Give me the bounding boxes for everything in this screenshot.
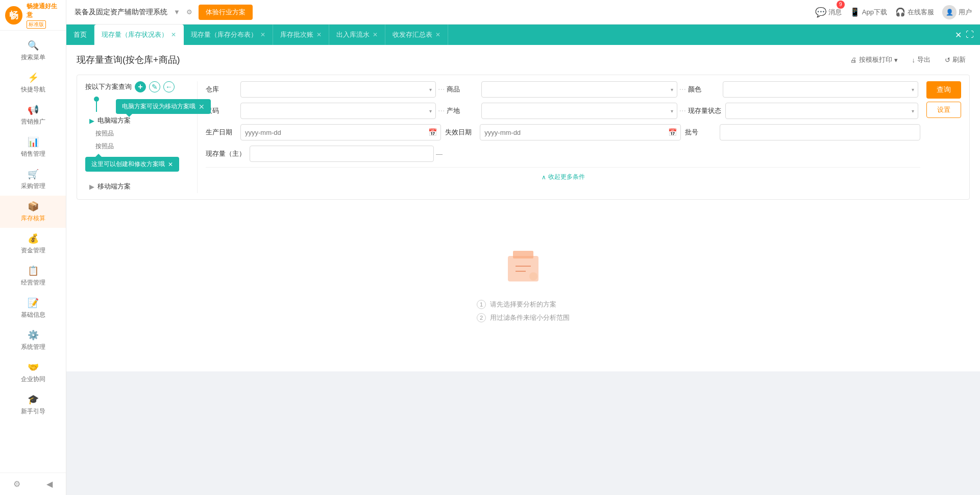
- color-select[interactable]: [723, 81, 918, 98]
- size-select[interactable]: [240, 103, 436, 119]
- product-dots[interactable]: ···: [679, 85, 686, 94]
- sidebar-item-label: 资金管理: [21, 246, 45, 255]
- tooltip1-close[interactable]: ✕: [199, 103, 205, 111]
- add-scheme-btn[interactable]: +: [135, 81, 146, 92]
- tip-num-1: 1: [477, 300, 486, 309]
- tab-inventory-dist-close[interactable]: ✕: [260, 31, 265, 38]
- collapse-btn[interactable]: ∧ 收起更多条件: [206, 167, 920, 186]
- sidebar-item-marketing[interactable]: 📢 营销推广: [0, 99, 66, 131]
- exp-date-input[interactable]: [480, 124, 680, 140]
- tab-batch-account[interactable]: 库存批次账 ✕: [273, 25, 329, 45]
- tab-receive-summary-label: 收发存汇总表: [393, 30, 432, 39]
- export-btn[interactable]: ↓ 导出: [908, 53, 935, 66]
- query-btn[interactable]: 查询: [926, 81, 961, 99]
- sidebar-item-sales[interactable]: 📊 销售管理: [0, 131, 66, 163]
- filter-origin: 产地 ▾: [447, 103, 677, 119]
- edit-scheme-btn[interactable]: ✎: [149, 81, 160, 92]
- tab-inout-flow[interactable]: 出入库流水 ✕: [329, 25, 385, 45]
- sidebar-item-basic[interactable]: 📝 基础信息: [0, 292, 66, 324]
- sidebar-item-label: 快捷导航: [21, 85, 45, 94]
- tab-inout-flow-close[interactable]: ✕: [373, 31, 378, 38]
- app-download-btn[interactable]: 📱 App下载: [850, 7, 887, 17]
- scheme-mobile-section: ▶ 移动端方案: [85, 180, 191, 193]
- scheme-child-1[interactable]: 按照品: [95, 127, 191, 140]
- message-btn[interactable]: 💬 9 9 消息: [815, 7, 842, 18]
- inventory-icon: 📦: [28, 201, 39, 212]
- tooltip1: 电脑方案可设为移动方案哦 ✕: [116, 99, 211, 114]
- size-dots[interactable]: ···: [438, 106, 445, 115]
- header-right: 💬 9 9 消息 📱 App下载 🎧 在线客服 👤 用户: [815, 5, 972, 19]
- newbie-icon: 🎓: [28, 394, 39, 405]
- prod-date-input[interactable]: [240, 124, 441, 140]
- collapse-label: 收起更多条件: [548, 173, 585, 181]
- filter-size: 尺码 ▾: [206, 103, 436, 119]
- batch-input[interactable]: [720, 124, 920, 140]
- sidebar-item-search[interactable]: 🔍 搜索菜单: [0, 35, 66, 67]
- scheme-child-2[interactable]: 按照品: [95, 140, 191, 153]
- product-select[interactable]: [481, 81, 677, 98]
- origin-label: 产地: [447, 106, 477, 115]
- origin-select[interactable]: [481, 103, 677, 119]
- empty-tips: 1 请先选择要分析的方案 2 用过滤条件来缩小分析范围: [477, 300, 570, 322]
- tooltip2-close[interactable]: ✕: [168, 161, 173, 168]
- scheme-pc[interactable]: ▶ 电脑端方案: [85, 114, 191, 127]
- tab-home[interactable]: 首页: [66, 25, 94, 45]
- filter-container: 按以下方案查询 + ✎ ← 电脑方案可设为移动方案哦 ✕: [85, 81, 961, 193]
- settings-icon[interactable]: ⚙: [13, 479, 20, 489]
- app-download-label: App下载: [862, 8, 887, 17]
- user-profile-btn[interactable]: 👤 用户: [942, 5, 972, 19]
- tab-bar-right: ✕ ⛶: [955, 30, 980, 40]
- system-name: 装备及固定资产辅助管理系统: [75, 8, 167, 17]
- tab-receive-summary-close[interactable]: ✕: [435, 31, 440, 38]
- sidebar-item-label: 系统管理: [21, 343, 45, 351]
- filter-row-1: 仓库 ▾ ··· 商品: [206, 81, 920, 98]
- tab-receive-summary[interactable]: 收发存汇总表 ✕: [385, 25, 448, 45]
- industry-btn[interactable]: 体验行业方案: [199, 5, 253, 20]
- prod-date-label: 生产日期: [206, 128, 236, 137]
- sidebar-item-label: 库存核算: [21, 214, 45, 223]
- scheme-children: 按照品 按照品: [85, 127, 191, 153]
- sidebar-item-enterprise[interactable]: 🤝 企业协同: [0, 357, 66, 389]
- settings-gear-icon[interactable]: ⚙: [186, 8, 192, 16]
- scheme-expand-icon: ▶: [89, 117, 94, 125]
- sidebar-item-system[interactable]: ⚙️ 系统管理: [0, 324, 66, 357]
- tab-maximize-icon[interactable]: ⛶: [966, 30, 974, 39]
- warehouse-select[interactable]: [240, 81, 436, 98]
- inv-status-select[interactable]: [725, 103, 918, 119]
- online-support-btn[interactable]: 🎧 在线客服: [895, 7, 934, 17]
- arrow-scheme-btn[interactable]: ←: [163, 81, 175, 92]
- filter-row-4: 现存量（主） —: [206, 146, 920, 162]
- tab-inventory-status-close[interactable]: ✕: [171, 31, 176, 38]
- warehouse-label: 仓库: [206, 85, 236, 94]
- tab-close-all-icon[interactable]: ✕: [955, 30, 962, 40]
- tab-inventory-dist[interactable]: 现存量（库存分布表） ✕: [184, 25, 273, 45]
- query-btns: 查询 设置: [926, 81, 961, 193]
- sidebar-item-purchase[interactable]: 🛒 采购管理: [0, 163, 66, 196]
- sidebar-item-finance[interactable]: 💰 资金管理: [0, 228, 66, 260]
- sidebar-item-inventory[interactable]: 📦 库存核算: [0, 196, 66, 228]
- filter-section: 按以下方案查询 + ✎ ← 电脑方案可设为移动方案哦 ✕: [77, 75, 970, 200]
- inv-main-label: 现存量（主）: [206, 149, 246, 158]
- marketing-icon: 📢: [28, 104, 39, 115]
- empty-state: 1 请先选择要分析的方案 2 用过滤条件来缩小分析范围: [77, 200, 970, 363]
- batch-label: 批号: [685, 128, 716, 137]
- refresh-btn[interactable]: ↺ 刷新: [941, 53, 970, 66]
- sidebar-item-operation[interactable]: 📋 经营管理: [0, 260, 66, 292]
- reset-btn[interactable]: 设置: [926, 102, 961, 118]
- chevron-down-icon: ▾: [894, 56, 898, 64]
- tip-text-1: 请先选择要分析的方案: [490, 300, 556, 309]
- collapse-icon[interactable]: ◀: [46, 479, 53, 489]
- inv-status-label: 现存量状态: [688, 106, 721, 115]
- filter-left-panel: 按以下方案查询 + ✎ ← 电脑方案可设为移动方案哦 ✕: [85, 81, 198, 193]
- inv-main-min-input[interactable]: [250, 146, 434, 162]
- sidebar-item-shortcut[interactable]: ⚡ 快捷导航: [0, 67, 66, 99]
- origin-dots[interactable]: ···: [679, 106, 686, 115]
- tab-inventory-status[interactable]: 现存量（库存状况表） ✕: [94, 25, 184, 45]
- sidebar-item-newbie[interactable]: 🎓 新手引导: [0, 389, 66, 421]
- tab-batch-account-close[interactable]: ✕: [316, 31, 322, 38]
- scheme-mobile[interactable]: ▶ 移动端方案: [85, 180, 191, 193]
- warehouse-dots[interactable]: ···: [438, 85, 445, 94]
- print-btn[interactable]: 🖨 按模板打印 ▾: [846, 53, 902, 66]
- filter-warehouse: 仓库 ▾: [206, 81, 436, 98]
- sidebar-item-label: 采购管理: [21, 182, 45, 191]
